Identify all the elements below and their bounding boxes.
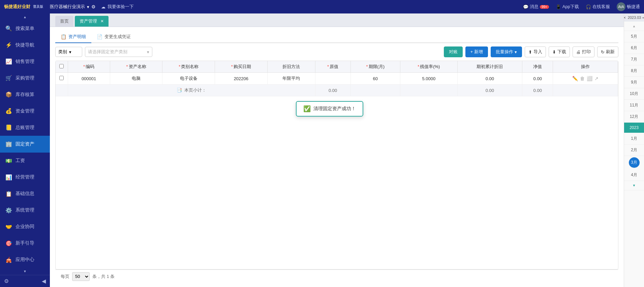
sidebar-item-app-center[interactable]: 🎪 应用中心 [0,252,50,268]
right-panel-year-2023[interactable]: 2023 [624,123,644,133]
right-panel: ✕ 2023.03 ⇔ ▲ 5月 6月 7月 8月 9月 10月 11月 12月… [624,13,644,287]
tab-home[interactable]: 首页 [55,16,73,27]
basic-info-icon: 📋 [5,190,12,197]
right-panel-month-2[interactable]: 2月 [624,145,644,156]
sidebar-label: 基础信息 [16,191,34,197]
sidebar-label: 应用中心 [16,257,34,263]
sidebar-item-search[interactable]: 🔍 搜索菜单 [0,20,50,37]
subtotal-empty-checkbox [56,85,68,96]
sidebar-item-fixed-assets[interactable]: 🏢 固定资产 [0,136,50,152]
sidebar-label: 经营管理 [16,174,34,180]
sidebar-label: 工资 [16,158,25,164]
cell-name: 电脑 [110,73,162,85]
sidebar-item-payroll[interactable]: 💵 工资 [0,153,50,169]
import-button[interactable]: ⬆ 导入 [525,46,546,57]
table-header-checkbox [56,61,68,73]
sidebar-settings-icon[interactable]: ⚙ [4,278,9,284]
batch-ops-button[interactable]: 批量操作 ▾ [491,46,522,57]
sidebar-item-basic-info[interactable]: 📋 基础信息 [0,186,50,202]
right-panel-month-5[interactable]: 5月 [624,31,644,42]
sidebar: ▲ 🔍 搜索菜单 ⚡ 快捷导航 📈 销售管理 🛒 采购管理 📦 库存核算 💰 资… [0,13,50,287]
right-panel-month-9[interactable]: 9月 [624,77,644,88]
right-panel-month-10[interactable]: 10月 [624,88,644,100]
col-name: *资产名称 [110,61,162,73]
right-panel-month-7[interactable]: 7月 [624,54,644,65]
delete-icon[interactable]: 🗑 [580,76,585,81]
sidebar-item-quick-nav[interactable]: ⚡ 快捷导航 [0,37,50,53]
subtotal-residual [400,85,457,96]
sidebar-item-capital[interactable]: 💰 资金管理 [0,103,50,119]
nav-online-service[interactable]: 🎧 在线客服 [586,4,610,10]
per-page-select[interactable]: 50 100 [72,272,90,281]
sidebar-item-purchase[interactable]: 🛒 采购管理 [0,70,50,86]
management-icon: 📊 [5,174,12,181]
tab-asset-management[interactable]: 资产管理 ✕ [75,16,109,27]
right-panel-month-3-active[interactable]: 3月 [629,157,640,168]
payroll-icon: 💵 [5,157,12,164]
purchase-icon: 🛒 [5,75,12,82]
row-checkbox[interactable] [59,76,64,80]
sales-icon: 📈 [5,58,12,65]
print-button[interactable]: 🖨 打印 [573,46,594,57]
reconcile-button[interactable]: 对账 [444,46,463,57]
trial-button[interactable]: ☁ 我要体验一下 [101,4,134,10]
right-panel-expand-icon[interactable]: ⇔ [642,16,644,20]
toast-message: 清理固定资产成功！ [313,106,356,112]
edit-icon[interactable]: ✏️ [572,76,578,81]
nav-app-download[interactable]: 📱 App下载 [556,4,579,10]
sidebar-item-sales[interactable]: 📈 销售管理 [0,53,50,70]
sidebar-item-system[interactable]: ⚙️ 系统管理 [0,202,50,219]
more-icon[interactable]: ↗ [594,76,599,81]
inventory-icon: 📦 [5,91,12,98]
subtotal-period [350,85,400,96]
right-panel-header-date: 2023.03 [628,15,641,20]
tab-close-icon[interactable]: ✕ [100,19,104,24]
cell-original-value [315,73,350,85]
sidebar-collapse-icon[interactable]: ◀ [42,278,46,284]
refresh-button[interactable]: ↻ 刷新 [597,46,618,57]
refresh-icon: ↻ [601,50,605,55]
pagination-bar: 每页 50 100 条，共 1 条 [55,269,618,283]
right-panel-month-4[interactable]: 4月 [624,169,644,181]
right-panel-month-11[interactable]: 11月 [624,100,644,111]
copy-icon[interactable]: ⬜ [587,76,592,81]
right-panel-month-8[interactable]: 8月 [624,65,644,77]
select-all-checkbox[interactable] [59,64,64,68]
sidebar-item-cooperation[interactable]: 🤝 企业协同 [0,219,50,235]
right-panel-month-12[interactable]: 12月 [624,111,644,123]
nav-user[interactable]: AtA 畅捷通 [617,2,640,11]
new-button[interactable]: + 新增 [465,46,488,57]
sidebar-label: 固定资产 [16,141,34,147]
sub-tab-asset-detail[interactable]: 📋 资产明细 [55,31,91,43]
app-download-icon: 📱 [556,4,561,9]
right-panel-month-1[interactable]: 1月 [624,133,644,145]
sidebar-item-ledger[interactable]: 📒 总账管理 [0,119,50,136]
sidebar-item-guide[interactable]: 🎯 新手引导 [0,235,50,252]
col-actions: 操作 [553,61,618,73]
subtotal-original: 0.00 [315,85,350,96]
right-panel-close-icon[interactable]: ✕ [624,16,626,20]
sidebar-scroll-up[interactable]: ▲ [0,13,50,20]
sidebar-item-inventory[interactable]: 📦 库存核算 [0,86,50,103]
right-panel-scroll-up[interactable]: ▲ [624,22,644,31]
category-filter-type[interactable]: 类别 ▾ [55,47,82,57]
col-depreciation-method: 折旧方法 [267,61,315,73]
action-icons: ✏️ 🗑 ⬜ ↗ [556,76,614,81]
total-count: 条，共 1 条 [92,274,115,280]
toolbar-left: 类别 ▾ 请选择固定资产类别 ▾ [55,47,152,57]
table-row: 000001 电脑 电子设备 202206 年限平均 60 5.0000 0.0… [56,73,618,85]
category-filter-value[interactable]: 请选择固定资产类别 ▾ [85,47,152,57]
company-selector[interactable]: 医疗器械行业演示 ▾ ⚙ [50,4,96,10]
sidebar-label: 企业协同 [16,224,34,230]
cell-code: 000001 [68,73,110,85]
trial-icon: ☁ [101,4,105,9]
right-panel-month-6[interactable]: 6月 [624,42,644,54]
right-panel-scroll-down[interactable]: ▼ [624,181,644,190]
tab-bar: 首页 资产管理 ✕ [50,13,624,27]
sidebar-scroll-down[interactable]: ▼ [0,268,50,275]
download-button[interactable]: ⬇ 下载 [549,46,570,57]
sidebar-item-management[interactable]: 📊 经营管理 [0,169,50,186]
sub-tab-change-voucher[interactable]: 📄 变更生成凭证 [91,31,136,43]
nav-message[interactable]: 💬 消息 99+ [523,4,549,10]
settings-icon[interactable]: ⚙ [91,4,96,9]
